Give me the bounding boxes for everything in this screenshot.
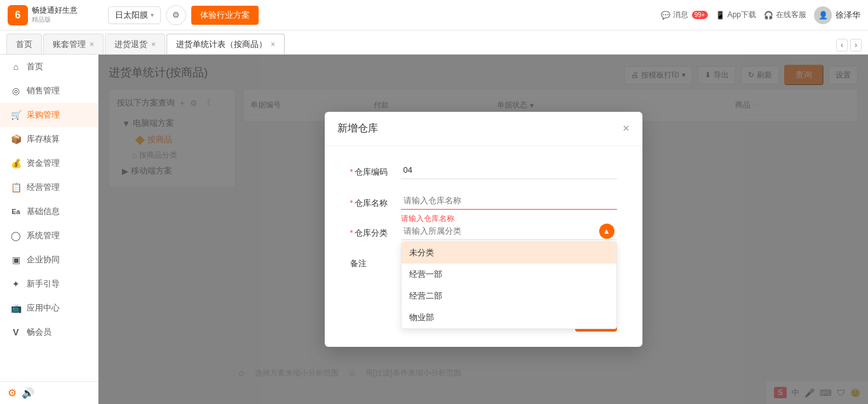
sidebar-item-operation[interactable]: 📋 经营管理 (0, 175, 98, 199)
finance-icon: 💰 (10, 158, 22, 169)
logo-sub: 精品版 (32, 15, 78, 24)
store-selector[interactable]: 日太阳膜 ▾ (108, 6, 161, 24)
code-row: 仓库编码 (350, 161, 617, 179)
tab-purchase-return-label: 进货退货 (114, 39, 147, 50)
system-icon: ◯ (10, 230, 22, 241)
category-row: 仓库分类 ▲ 未分类 经营一部 经营二部 物业部 (350, 222, 617, 240)
logo-area: 6 畅捷通好生意 精品版 (8, 5, 103, 25)
sidebar-purchase-label: 采购管理 (27, 109, 60, 121)
modal-overlay: 新增仓库 × 仓库编码 仓库名称 请输入仓库名称 (98, 55, 868, 404)
service-label: 在线客服 (776, 10, 806, 20)
sidebar-system-label: 系统管理 (27, 230, 60, 241)
store-name: 日太阳膜 (115, 10, 148, 21)
tab-home[interactable]: 首页 (6, 34, 42, 54)
sidebar-inventory-label: 库存核算 (27, 133, 60, 145)
sidebar-item-home[interactable]: ⌂ 首页 (0, 55, 98, 79)
category-select-wrapper: ▲ 未分类 经营一部 经营二部 物业部 (401, 222, 617, 240)
name-row: 仓库名称 请输入仓库名称 (350, 192, 617, 210)
message-badge: 99+ (692, 11, 708, 19)
basic-icon: Ea (10, 206, 22, 217)
appcenter-icon: 📺 (10, 302, 22, 314)
sidebar-newbie-label: 新手引导 (27, 278, 60, 290)
settings-button[interactable]: ⚙ (166, 5, 186, 25)
tab-purchase-return[interactable]: 进货退货 × (105, 34, 165, 54)
sidebar-item-finance[interactable]: 💰 资金管理 (0, 151, 98, 175)
category-toggle-button[interactable]: ▲ (599, 224, 614, 239)
app-download-button[interactable]: 📱 App下载 (715, 10, 756, 20)
sidebar-sales-label: 销售管理 (27, 85, 60, 97)
category-dropdown: 未分类 经营一部 经营二部 物业部 (401, 241, 617, 329)
name-input[interactable] (401, 192, 617, 210)
app-label: App下载 (728, 10, 756, 20)
sidebar-item-inventory[interactable]: 📦 库存核算 (0, 127, 98, 151)
sidebar-enterprise-label: 企业协同 (27, 254, 60, 266)
dialog-title: 新增仓库 (337, 122, 378, 135)
sidebar-bottom: ⚙ 🔊 (0, 381, 98, 404)
sidebar-basic-label: 基础信息 (27, 206, 60, 217)
dropdown-item-0[interactable]: 未分类 (402, 242, 616, 264)
sidebar-item-newbie[interactable]: ✦ 新手引导 (0, 272, 98, 296)
tab-stats[interactable]: 进货单统计表（按商品） × (166, 34, 285, 54)
sidebar-item-system[interactable]: ◯ 系统管理 (0, 224, 98, 248)
dialog-body: 仓库编码 仓库名称 请输入仓库名称 仓库分类 (325, 146, 642, 301)
sidebar-gear-icon[interactable]: ⚙ (8, 387, 17, 399)
tab-nav-prev[interactable]: ‹ (836, 39, 848, 51)
newbie-icon: ✦ (10, 278, 22, 290)
sidebar-item-basic[interactable]: Ea 基础信息 (0, 199, 98, 224)
tab-home-label: 首页 (16, 39, 32, 50)
enterprise-icon: ▣ (10, 254, 22, 266)
home-icon: ⌂ (10, 61, 22, 72)
logo-name: 畅捷通好生意 (32, 6, 78, 16)
category-label: 仓库分类 (350, 222, 401, 239)
online-service-button[interactable]: 🎧 在线客服 (764, 10, 806, 20)
category-input[interactable] (401, 222, 617, 240)
message-label: 消息 (673, 10, 688, 20)
user-name: 徐泽华 (836, 10, 860, 21)
tab-nav-next[interactable]: › (850, 39, 862, 51)
avatar: 👤 (814, 6, 832, 24)
sidebar-item-sales[interactable]: ◎ 销售管理 (0, 79, 98, 103)
store-chevron: ▾ (151, 11, 154, 18)
user-area[interactable]: 👤 徐泽华 (814, 6, 860, 24)
headset-icon: 🎧 (764, 11, 773, 20)
sidebar-audio-icon[interactable]: 🔊 (22, 387, 34, 399)
tab-purchase-return-close[interactable]: × (151, 40, 156, 49)
code-label: 仓库编码 (350, 161, 401, 178)
sales-icon: ◎ (10, 85, 22, 97)
sidebar-item-member[interactable]: V 畅会员 (0, 320, 98, 344)
inventory-icon: 📦 (10, 133, 22, 145)
sidebar-item-enterprise[interactable]: ▣ 企业协同 (0, 248, 98, 272)
dialog-close-button[interactable]: × (623, 122, 630, 135)
code-input[interactable] (401, 161, 617, 179)
purchase-icon: 🛒 (10, 109, 22, 121)
sidebar-item-purchase[interactable]: 🛒 采购管理 (0, 103, 98, 127)
name-label: 仓库名称 (350, 192, 401, 209)
operation-icon: 📋 (10, 182, 22, 193)
sidebar: ⌂ 首页 ◎ 销售管理 🛒 采购管理 📦 库存核算 💰 资金管理 📋 经营管理 … (0, 55, 98, 404)
tab-stats-close[interactable]: × (271, 40, 275, 49)
main-layout: ⌂ 首页 ◎ 销售管理 🛒 采购管理 📦 库存核算 💰 资金管理 📋 经营管理 … (0, 55, 868, 404)
phone-icon: 📱 (715, 11, 725, 20)
logo-icon: 6 (8, 5, 28, 25)
note-label: 备注 (350, 253, 401, 269)
sidebar-item-appcenter[interactable]: 📺 应用中心 (0, 296, 98, 320)
dropdown-item-3[interactable]: 物业部 (402, 307, 616, 328)
content-area: 进货单统计(按商品) 🖨 按模板打印 ▾ ⬇ 导出 ↻ 刷新 查询 设置 按以下… (98, 55, 868, 404)
new-warehouse-dialog: 新增仓库 × 仓库编码 仓库名称 请输入仓库名称 (325, 112, 642, 347)
member-icon: V (10, 327, 22, 338)
dropdown-item-1[interactable]: 经营一部 (402, 264, 616, 285)
trial-button[interactable]: 体验行业方案 (191, 6, 259, 25)
dropdown-item-2[interactable]: 经营二部 (402, 285, 616, 307)
tab-account-close[interactable]: × (90, 40, 94, 49)
sidebar-member-label: 畅会员 (27, 327, 51, 338)
tab-account[interactable]: 账套管理 × (43, 34, 104, 54)
top-bar-actions: 💬 消息 99+ 📱 App下载 🎧 在线客服 👤 徐泽华 (661, 6, 860, 24)
tab-bar: 首页 账套管理 × 进货退货 × 进货单统计表（按商品） × ‹ › (0, 30, 868, 55)
sidebar-finance-label: 资金管理 (27, 158, 60, 169)
tab-account-label: 账套管理 (53, 39, 86, 50)
sidebar-appcenter-label: 应用中心 (27, 302, 60, 314)
tab-stats-label: 进货单统计表（按商品） (176, 39, 267, 50)
message-button[interactable]: 💬 消息 99+ (661, 10, 708, 20)
tab-nav-buttons: ‹ › (836, 39, 862, 51)
top-bar: 6 畅捷通好生意 精品版 日太阳膜 ▾ ⚙ 体验行业方案 💬 消息 99+ 📱 … (0, 0, 868, 30)
